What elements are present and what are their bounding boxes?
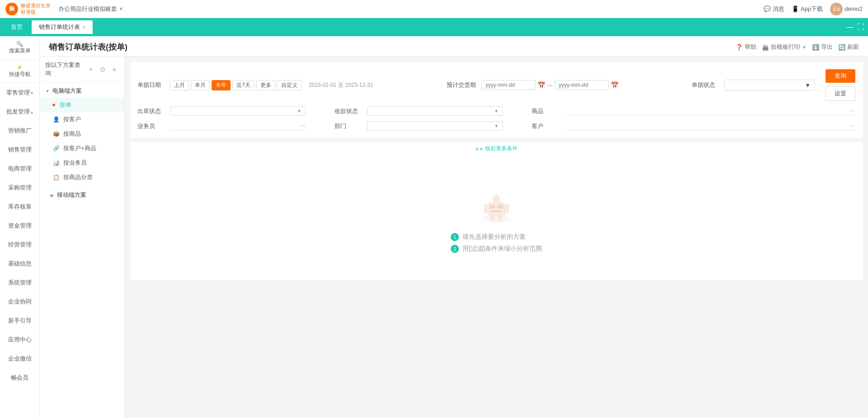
- maximize-button[interactable]: ⛶: [857, 23, 864, 31]
- by-goods-icon: 📦: [52, 130, 60, 138]
- this-month-btn[interactable]: 本月: [191, 80, 210, 90]
- payment-status-select[interactable]: ▼: [367, 106, 503, 116]
- tab-home[interactable]: 首页: [4, 20, 30, 34]
- predicted-date-inputs: 📅 — 📅: [481, 80, 618, 90]
- ship-status-select[interactable]: ▼: [170, 106, 306, 116]
- sidebar-item-purchase[interactable]: 采购管理: [0, 178, 39, 197]
- scheme-item-by-goods[interactable]: 📦 按商品: [40, 127, 124, 141]
- scheme-panel-icons: + ⊙ «: [86, 65, 119, 74]
- filter-row-2: 出库状态 ▼ 收款状态 ▼ 商品: [137, 106, 855, 116]
- collapse-icon: ∧∧: [475, 146, 483, 152]
- logo-area: 畅 畅捷通好生意 标准版: [5, 3, 51, 15]
- sidebar-item-enterprise[interactable]: 企业协同: [0, 292, 39, 311]
- export-button[interactable]: ⬇️ 导出: [812, 43, 833, 51]
- app-download-action[interactable]: 📱 App下载: [792, 5, 823, 13]
- help-button[interactable]: ❓ 帮助: [736, 43, 756, 51]
- message-label: 消息: [773, 5, 784, 13]
- status-select[interactable]: ▼: [724, 80, 815, 91]
- minimize-button[interactable]: —: [846, 23, 854, 31]
- sidebar-item-wholesale[interactable]: 批发管理 ▴: [0, 102, 39, 121]
- sidebar-item-inventory[interactable]: 库存核算: [0, 197, 39, 216]
- result-area: 1 请先选择要分析的方案 2 用[过滤]条件来缩小分析范围: [130, 155, 863, 280]
- mobile-icon: 📱: [792, 5, 799, 12]
- scheme-add-icon[interactable]: +: [86, 65, 95, 74]
- customer-dots[interactable]: ···: [850, 122, 855, 129]
- sidebar-item-finance-label: 资金管理: [8, 222, 32, 229]
- topbar: 畅 畅捷通好生意 标准版 办公用品行业模拟账套 ▼ 💬 消息 📱 App下载 E…: [0, 0, 868, 18]
- goods-dots[interactable]: ···: [850, 107, 855, 114]
- svg-rect-10: [498, 216, 503, 222]
- sidebar-item-member[interactable]: 畅会员: [0, 368, 39, 387]
- more-btn[interactable]: 更多: [256, 80, 275, 90]
- by-salesperson-icon: 📊: [52, 159, 60, 166]
- sidebar-item-wechat[interactable]: 企业微信: [0, 349, 39, 368]
- by-customer-goods-icon: 🔗: [52, 145, 60, 152]
- sidebar-item-inventory-label: 库存核算: [8, 203, 32, 210]
- hint-num-1: 1: [451, 233, 459, 241]
- mobile-section-header[interactable]: ▶ 移动端方案: [40, 188, 124, 202]
- date-range-display: 2023-01-01 至 2023-12-31: [309, 81, 373, 89]
- settings-button[interactable]: 设置: [826, 86, 855, 101]
- sidebar-quick-label: 快捷导航: [4, 71, 36, 78]
- action-btn-group: 查询 设置: [826, 69, 855, 101]
- topbar-divider: [54, 5, 55, 13]
- scheme-settings-icon[interactable]: ⊙: [98, 65, 107, 74]
- this-year-btn[interactable]: 本年: [212, 80, 231, 90]
- active-dot: [52, 104, 55, 106]
- workspace-selector[interactable]: 办公用品行业模拟账套 ▼: [58, 5, 123, 13]
- user-action[interactable]: Ea demo2: [830, 3, 863, 15]
- help-label: 帮助: [745, 43, 756, 51]
- message-action[interactable]: 💬 消息: [764, 5, 784, 13]
- sidebar-search[interactable]: 🔍 搜索菜单: [0, 36, 39, 60]
- scheme-item-by-category[interactable]: 📋 按商品分类: [40, 170, 124, 185]
- department-select[interactable]: ▼: [367, 121, 503, 131]
- sidebar-item-system[interactable]: 系统管理: [0, 273, 39, 292]
- sidebar-item-marketing-label: 营销推广: [8, 127, 32, 134]
- scheme-item-by-customer[interactable]: 👤 按客户: [40, 112, 124, 127]
- sidebar-item-appcenter[interactable]: 应用中心: [0, 330, 39, 349]
- message-icon: 💬: [764, 5, 771, 12]
- status-label: 单据状态: [692, 81, 719, 89]
- sidebar-item-sales[interactable]: 销售管理: [0, 140, 39, 159]
- calendar-icon-from[interactable]: 📅: [538, 81, 545, 89]
- scheme-item-by-customer-goods[interactable]: 🔗 按客户+商品: [40, 141, 124, 156]
- page-title: 销售订单统计表(按单): [49, 42, 127, 52]
- date-to-display: 2023-12-31: [345, 82, 373, 88]
- scheme-collapse-icon[interactable]: «: [110, 65, 119, 74]
- query-button[interactable]: 查询: [826, 69, 855, 83]
- sidebar-item-operations[interactable]: 经营管理: [0, 235, 39, 254]
- sidebar-item-newuser[interactable]: 新手引导: [0, 311, 39, 330]
- scheme-item-by-order[interactable]: 按单: [40, 98, 124, 112]
- query-panel: 单据日期 上月 本月 本年 近7天 更多 自定义 2023-01-01 至: [125, 57, 868, 418]
- sidebar-item-purchase-label: 采购管理: [8, 184, 32, 191]
- payment-status-label: 收款状态: [335, 107, 362, 115]
- tab-close-icon[interactable]: ×: [83, 24, 85, 30]
- date-label: 单据日期: [137, 81, 165, 89]
- custom-btn[interactable]: 自定义: [277, 80, 302, 90]
- sidebar-item-retail[interactable]: 零售管理 ▾: [0, 83, 39, 102]
- sidebar-item-wholesale-label: 批发管理: [6, 108, 30, 116]
- predicted-date-from[interactable]: [481, 80, 536, 90]
- empty-hints: 1 请先选择要分析的方案 2 用[过滤]条件来缩小分析范围: [451, 233, 542, 253]
- predicted-date-to[interactable]: [555, 80, 609, 90]
- refresh-button[interactable]: 🔄 刷新: [838, 43, 859, 51]
- salesperson-dots[interactable]: ···: [300, 122, 306, 129]
- last7days-btn[interactable]: 近7天: [232, 80, 255, 90]
- sidebar-item-marketing[interactable]: 营销推广: [0, 121, 39, 140]
- last-month-btn[interactable]: 上月: [170, 80, 189, 90]
- tab-active-label: 销售订单统计表: [39, 23, 80, 31]
- tab-active[interactable]: 销售订单统计表 ×: [32, 20, 93, 34]
- desktop-section-header[interactable]: ▼ 电脑端方案: [40, 84, 124, 98]
- sidebar-item-basic[interactable]: 基础信息: [0, 254, 39, 273]
- print-button[interactable]: 🖨️ 按模板打印 ▼: [762, 43, 807, 51]
- sidebar-item-sales-label: 销售管理: [8, 146, 32, 153]
- calendar-icon-to[interactable]: 📅: [611, 81, 618, 89]
- mobile-section-arrow: ▶: [51, 193, 54, 198]
- sidebar-item-finance[interactable]: 资金管理: [0, 216, 39, 235]
- collapse-button[interactable]: ∧∧ 收起更多条件: [475, 145, 518, 152]
- desktop-section-label: 电脑端方案: [52, 87, 82, 95]
- scheme-item-by-salesperson[interactable]: 📊 按业务员: [40, 156, 124, 170]
- user-avatar-text: Ea: [833, 6, 840, 12]
- sidebar-item-ecommerce[interactable]: 电商管理: [0, 159, 39, 178]
- sidebar-quick-nav[interactable]: ⚡ 快捷导航: [0, 60, 39, 83]
